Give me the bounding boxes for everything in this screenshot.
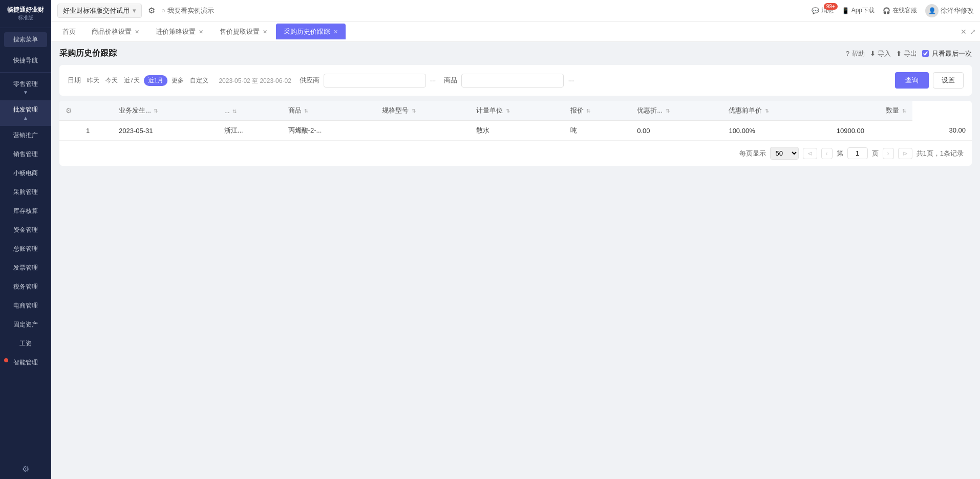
tab-goods-price-close[interactable]: ✕ <box>135 29 139 35</box>
page-input[interactable] <box>847 147 868 159</box>
goods-more-icon[interactable]: ··· <box>568 76 574 84</box>
page-header: 采购历史价跟踪 ? 帮助 ⬇ 导入 ⬆ 导出 只看最后一次 <box>59 48 972 59</box>
only-latest-checkbox[interactable]: 只看最后一次 <box>922 49 972 58</box>
col-unit[interactable]: 计量单位 ⇅ <box>470 101 564 121</box>
col-price-sort-icon[interactable]: ⇅ <box>586 108 590 114</box>
col-discount-sort-icon[interactable]: ⇅ <box>666 108 670 114</box>
search-menu-button[interactable]: 搜索菜单 <box>4 32 47 47</box>
sidebar-item-finance[interactable]: 资金管理 <box>0 221 51 239</box>
tab-home[interactable]: 首页 <box>55 24 83 39</box>
col-price[interactable]: 报价 ⇅ <box>564 101 631 121</box>
col-unit-sort-icon[interactable]: ⇅ <box>506 108 510 114</box>
col-quantity-sort-icon[interactable]: ⇅ <box>902 108 906 114</box>
settings-button[interactable]: 设置 <box>933 72 964 89</box>
col-discount-label: 优惠折... <box>637 106 663 114</box>
date-1month-btn[interactable]: 近1月 <box>144 75 168 86</box>
online-service-button[interactable]: 🎧 在线客服 <box>883 6 917 15</box>
col-more-sort-icon[interactable]: ⇅ <box>232 108 237 114</box>
col-settings[interactable]: ⚙ <box>59 101 80 121</box>
sidebar-item-quicknav[interactable]: 快捷导航 <box>0 51 51 70</box>
col-goods-sort-icon[interactable]: ⇅ <box>304 108 308 114</box>
col-quantity[interactable]: 数量 ⇅ <box>830 101 912 121</box>
tab-goods-price[interactable]: 商品价格设置 ✕ <box>84 24 147 39</box>
col-before-price[interactable]: 优惠前单价 ⇅ <box>722 101 830 121</box>
export-button[interactable]: ⬆ 导出 <box>896 49 917 58</box>
query-button[interactable]: 查询 <box>895 72 929 89</box>
last-page-button[interactable]: ⊳ <box>898 148 912 159</box>
total-info: 共1页，1条记录 <box>917 149 964 158</box>
ecom-small-label: 小畅电商 <box>13 169 38 178</box>
help-button[interactable]: ? 帮助 <box>846 49 865 58</box>
only-latest-input[interactable] <box>922 50 929 57</box>
app-download-button[interactable]: 📱 App下载 <box>842 6 875 15</box>
sidebar-item-smart[interactable]: 智能管理 <box>0 353 51 372</box>
topbar-settings-button[interactable]: ⚙ <box>148 6 155 15</box>
product-selector[interactable]: 好业财标准版交付试用 ▾ <box>57 4 142 18</box>
sidebar-gear-button[interactable]: ⚙ <box>0 459 51 479</box>
tabbar: 首页 商品价格设置 ✕ 进价策略设置 ✕ 售价提取设置 ✕ 采购历史价跟踪 ✕ … <box>51 21 980 42</box>
tab-pricing-strategy[interactable]: 进价策略设置 ✕ <box>148 24 211 39</box>
tab-pricing-strategy-close[interactable]: ✕ <box>199 29 203 35</box>
col-date[interactable]: 业务发生... ⇅ <box>113 101 218 121</box>
tab-expand-button[interactable]: ⤢ <box>970 28 976 36</box>
row-price-unit: 吨 <box>564 121 631 141</box>
user-menu[interactable]: 👤 徐泽华修改 <box>925 4 974 17</box>
app-version: 标准版 <box>4 14 47 21</box>
col-more[interactable]: ... ⇅ <box>218 101 282 121</box>
col-discount[interactable]: 优惠折... ⇅ <box>631 101 722 121</box>
date-label: 日期 <box>68 76 81 85</box>
date-yesterday-btn[interactable]: 昨天 <box>85 75 101 86</box>
sidebar-item-sales[interactable]: 销售管理 <box>0 145 51 164</box>
sidebar-item-retail[interactable]: 零售管理 ▼ <box>0 75 51 100</box>
demo-link[interactable]: ○ 我要看实例演示 <box>161 6 214 15</box>
col-price-label: 报价 <box>570 106 584 114</box>
tab-goods-price-label: 商品价格设置 <box>92 27 132 36</box>
first-page-button[interactable]: ⊲ <box>803 148 817 159</box>
prev-page-button[interactable]: ‹ <box>821 148 833 159</box>
sidebar-item-ecom[interactable]: 电商管理 <box>0 296 51 315</box>
tab-purchase-history-close[interactable]: ✕ <box>333 29 338 35</box>
tab-sale-price[interactable]: 售价提取设置 ✕ <box>212 24 275 39</box>
sidebar-item-salary[interactable]: 工资 <box>0 334 51 353</box>
assets-label: 固定资产 <box>13 320 38 329</box>
topbar: 好业财标准版交付试用 ▾ ⚙ ○ 我要看实例演示 💬 消息 99+ 📱 App下… <box>51 0 980 21</box>
messages-button[interactable]: 💬 消息 99+ <box>812 6 834 15</box>
sidebar-item-invoice[interactable]: 发票管理 <box>0 258 51 277</box>
column-settings-icon[interactable]: ⚙ <box>66 106 72 115</box>
ecom-label: 电商管理 <box>13 301 38 310</box>
sidebar-item-assets[interactable]: 固定资产 <box>0 315 51 334</box>
tab-close-all-button[interactable]: ✕ <box>961 28 967 36</box>
col-date-sort-icon[interactable]: ⇅ <box>154 108 158 114</box>
sidebar-item-marketing[interactable]: 营销推广 <box>0 126 51 145</box>
per-page-select[interactable]: 20 50 100 <box>770 147 799 160</box>
col-spec-sort-icon[interactable]: ⇅ <box>412 108 416 114</box>
page-title: 采购历史价跟踪 <box>59 48 117 59</box>
tabbar-actions: ✕ ⤢ <box>961 28 976 36</box>
import-button[interactable]: ⬇ 导入 <box>870 49 891 58</box>
tab-purchase-history[interactable]: 采购历史价跟踪 ✕ <box>276 24 346 39</box>
filter-buttons: 查询 设置 <box>895 72 964 89</box>
filter-date: 日期 昨天 今天 近7天 近1月 更多 自定义 <box>68 75 210 86</box>
col-spec[interactable]: 规格型号 ⇅ <box>376 101 470 121</box>
date-custom-btn[interactable]: 自定义 <box>188 75 210 86</box>
date-7days-btn[interactable]: 近7天 <box>122 75 142 86</box>
next-page-button[interactable]: › <box>883 148 894 159</box>
sidebar-item-ledger[interactable]: 总账管理 <box>0 239 51 258</box>
sidebar-item-ecom-small[interactable]: 小畅电商 <box>0 164 51 183</box>
goods-input[interactable] <box>461 74 564 88</box>
sidebar-item-tax[interactable]: 税务管理 <box>0 277 51 296</box>
tab-sale-price-close[interactable]: ✕ <box>263 29 267 35</box>
page-actions: ? 帮助 ⬇ 导入 ⬆ 导出 只看最后一次 <box>846 49 972 58</box>
sidebar-item-wholesale[interactable]: 批发管理 ▲ <box>0 100 51 126</box>
supplier-more-icon[interactable]: ··· <box>430 76 436 84</box>
supplier-input[interactable] <box>324 74 426 88</box>
sidebar-item-inventory[interactable]: 库存核算 <box>0 202 51 221</box>
sidebar-search[interactable]: 搜索菜单 <box>0 28 51 51</box>
date-more-btn[interactable]: 更多 <box>169 75 186 86</box>
date-range-display: 2023-05-02 至 2023-06-02 <box>219 77 291 85</box>
date-today-btn[interactable]: 今天 <box>103 75 120 86</box>
purchase-label: 采购管理 <box>13 188 38 197</box>
col-goods[interactable]: 商品 ⇅ <box>282 101 376 121</box>
sidebar-item-purchase[interactable]: 采购管理 <box>0 183 51 202</box>
col-before-price-sort-icon[interactable]: ⇅ <box>765 108 769 114</box>
